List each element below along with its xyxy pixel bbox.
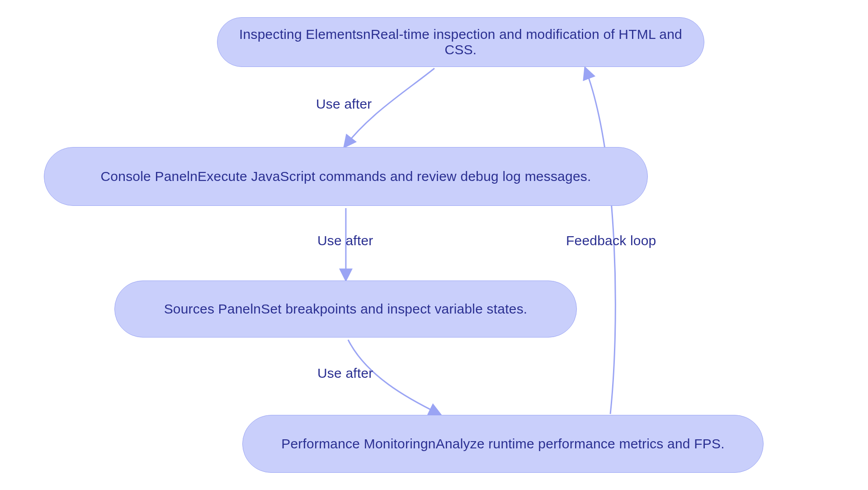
edge-label-feedback-loop: Feedback loop <box>566 233 656 248</box>
edge-label-use-after-2: Use after <box>317 233 373 248</box>
edge-label-use-after-1: Use after <box>316 96 372 112</box>
node-console-panel: Console PanelnExecute JavaScript command… <box>44 147 648 206</box>
node-label: Performance MonitoringnAnalyze runtime p… <box>281 436 724 452</box>
flowchart-canvas: Inspecting ElementsnReal-time inspection… <box>0 0 868 490</box>
node-label: Console PanelnExecute JavaScript command… <box>101 169 591 184</box>
edge-label-use-after-3: Use after <box>317 366 373 381</box>
node-label: Sources PanelnSet breakpoints and inspec… <box>164 301 528 317</box>
node-performance-monitoring: Performance MonitoringnAnalyze runtime p… <box>242 415 764 473</box>
node-sources-panel: Sources PanelnSet breakpoints and inspec… <box>114 281 577 338</box>
node-label: Inspecting ElementsnReal-time inspection… <box>234 27 688 57</box>
node-inspecting-elements: Inspecting ElementsnReal-time inspection… <box>217 17 704 67</box>
